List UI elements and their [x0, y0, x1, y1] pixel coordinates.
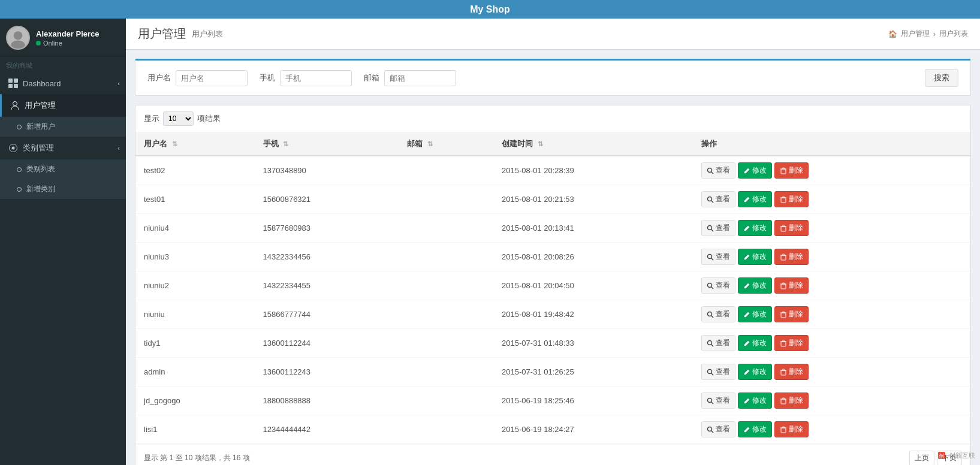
view-button[interactable]: 查看 — [701, 306, 735, 322]
delete-button[interactable]: 删除 — [774, 306, 809, 322]
delete-button[interactable]: 删除 — [774, 277, 809, 294]
show-select[interactable]: 10 25 50 100 — [163, 111, 194, 126]
action-buttons: 查看 修改 删除 — [701, 191, 962, 207]
cell-actions: 查看 修改 删除 — [693, 358, 970, 387]
phone-search-input[interactable] — [280, 70, 352, 86]
sidebar-item-category-management[interactable]: 类别管理 ‹ — [0, 137, 126, 159]
view-button[interactable]: 查看 — [701, 220, 735, 236]
cell-username: tidy1 — [135, 329, 255, 358]
svg-rect-14 — [782, 168, 784, 169]
cell-phone: 15866777744 — [255, 300, 399, 329]
col-actions: 操作 — [693, 132, 970, 156]
svg-point-9 — [12, 147, 15, 150]
edit-icon — [743, 426, 750, 433]
action-buttons: 查看 修改 删除 — [701, 392, 962, 409]
svg-rect-3 — [8, 78, 13, 83]
svg-rect-24 — [782, 225, 784, 227]
watermark-icon: 创 — [937, 451, 946, 460]
cell-actions: 查看 修改 删除 — [693, 185, 970, 214]
delete-button[interactable]: 删除 — [774, 364, 809, 380]
edit-button[interactable]: 修改 — [738, 162, 772, 179]
breadcrumb: 用户列表 — [192, 29, 223, 40]
view-button[interactable]: 查看 — [701, 335, 735, 351]
cell-email — [399, 243, 493, 271]
cell-email — [399, 214, 493, 243]
edit-button[interactable]: 修改 — [738, 392, 772, 409]
svg-point-55 — [707, 427, 711, 431]
user-management-icon — [10, 101, 20, 110]
users-table: 用户名 ⇅ 手机 ⇅ 邮箱 ⇅ — [135, 132, 970, 444]
sort-phone-icon[interactable]: ⇅ — [283, 140, 288, 147]
search-icon — [707, 196, 714, 203]
view-button[interactable]: 查看 — [701, 392, 735, 409]
sidebar-add-user-label: 新增用户 — [26, 122, 55, 132]
cell-username: niuniu — [135, 300, 255, 329]
table-row: niuniu3 14322334456 2015-08-01 20:08:26 … — [135, 243, 970, 271]
cell-created-at: 2015-06-19 18:25:46 — [493, 387, 693, 415]
svg-rect-19 — [782, 197, 784, 198]
breadcrumb-right-2: 用户列表 — [939, 29, 968, 39]
action-buttons: 查看 修改 删除 — [701, 220, 962, 236]
delete-button[interactable]: 删除 — [774, 392, 809, 409]
delete-button[interactable]: 删除 — [774, 191, 809, 207]
delete-button[interactable]: 删除 — [774, 220, 809, 236]
cell-phone: 1370348890 — [255, 156, 399, 185]
table-row: test01 15600876321 2015-08-01 20:21:53 查… — [135, 185, 970, 214]
view-button[interactable]: 查看 — [701, 277, 735, 294]
svg-rect-5 — [8, 84, 13, 88]
username-search-label: 用户名 — [147, 73, 171, 83]
search-button[interactable]: 搜索 — [925, 69, 958, 87]
svg-rect-44 — [782, 340, 784, 342]
edit-icon — [743, 225, 750, 232]
sidebar-item-add-user[interactable]: 新增用户 — [0, 117, 126, 137]
view-button[interactable]: 查看 — [701, 191, 735, 207]
view-button[interactable]: 查看 — [701, 249, 735, 265]
sidebar-item-dashboard[interactable]: Dashboard ‹ — [0, 73, 126, 94]
sort-email-icon[interactable]: ⇅ — [427, 140, 433, 147]
prev-page-button[interactable]: 上页 — [909, 451, 934, 465]
username-display: Alexander Pierce — [36, 29, 120, 38]
svg-rect-4 — [14, 78, 18, 83]
sidebar-item-category-list[interactable]: 类别列表 — [0, 159, 126, 179]
user-panel: Alexander Pierce Online — [0, 19, 126, 56]
show-label: 显示 — [144, 113, 159, 124]
view-button[interactable]: 查看 — [701, 421, 735, 437]
delete-button[interactable]: 删除 — [774, 335, 809, 351]
edit-button[interactable]: 修改 — [738, 220, 772, 236]
trash-icon — [780, 369, 787, 376]
cell-created-at: 2015-06-19 18:24:27 — [493, 415, 693, 444]
edit-button[interactable]: 修改 — [738, 277, 772, 294]
cell-created-at: 2015-08-01 20:13:41 — [493, 214, 693, 243]
cell-username: niuniu4 — [135, 214, 255, 243]
username-search-field: 用户名 — [147, 70, 248, 86]
view-button[interactable]: 查看 — [701, 162, 735, 179]
view-button[interactable]: 查看 — [701, 364, 735, 380]
edit-button[interactable]: 修改 — [738, 191, 772, 207]
edit-button[interactable]: 修改 — [738, 306, 772, 322]
edit-button[interactable]: 修改 — [738, 421, 772, 437]
sidebar-item-user-management[interactable]: 用户管理 — [0, 94, 126, 117]
search-icon — [707, 340, 714, 347]
table-row: lisi1 12344444442 2015-06-19 18:24:27 查看… — [135, 415, 970, 444]
svg-rect-12 — [781, 169, 786, 174]
edit-button[interactable]: 修改 — [738, 335, 772, 351]
search-icon — [707, 311, 714, 318]
email-search-input[interactable] — [384, 70, 456, 86]
svg-rect-37 — [781, 313, 786, 318]
delete-button[interactable]: 删除 — [774, 249, 809, 265]
cell-actions: 查看 修改 删除 — [693, 243, 970, 271]
edit-button[interactable]: 修改 — [738, 249, 772, 265]
delete-button[interactable]: 删除 — [774, 421, 809, 437]
svg-point-15 — [707, 197, 711, 201]
sidebar-item-add-category[interactable]: 新增类别 — [0, 179, 126, 199]
chevron-category-icon: ‹ — [117, 144, 120, 152]
chevron-icon: ‹ — [117, 80, 120, 87]
sidebar-user-management-label: 用户管理 — [25, 100, 56, 111]
delete-button[interactable]: 删除 — [774, 162, 809, 179]
sort-username-icon[interactable]: ⇅ — [172, 140, 177, 147]
edit-button[interactable]: 修改 — [738, 364, 772, 380]
phone-search-label: 手机 — [260, 73, 275, 83]
username-search-input[interactable] — [176, 70, 248, 86]
sort-created-icon[interactable]: ⇅ — [538, 140, 543, 147]
cell-phone: 14322334455 — [255, 271, 399, 300]
